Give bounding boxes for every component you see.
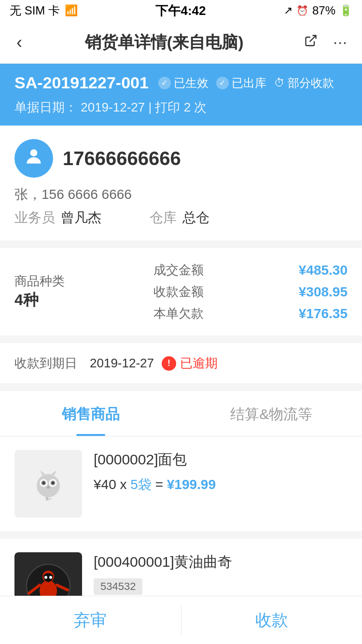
status-effective-label: 已生效 [174,75,209,91]
person-icon [23,146,44,171]
order-date: 单据日期： 2019-12-27 | 打印 2 次 [14,99,348,116]
salesman-value: 曾凡杰 [61,210,101,225]
svg-point-8 [52,482,54,484]
svg-marker-11 [51,470,56,475]
location-icon: ↗ [284,4,292,17]
status-carrier: 无 SIM 卡 📶 [10,3,78,18]
back-button[interactable]: ‹ [12,28,27,57]
product-name-2: [000400001]黄油曲奇 [94,552,348,572]
due-date-value: 2019-12-27 [90,356,154,371]
nav-title: 销货单详情(来自电脑) [27,31,301,54]
check-icon-effective: ✓ [158,77,171,89]
wifi-icon: 📶 [65,4,78,17]
product-price-1: ¥40 x 5袋 = ¥199.99 [94,476,348,494]
status-partial-label: 部分收款 [288,75,334,91]
product-info-1: [0000002]面包 ¥40 x 5袋 = ¥199.99 [94,450,348,494]
battery-text: 87% [312,4,335,17]
tab-settlement-label: 结算&物流等 [230,406,312,422]
qty-value-1: 5袋 [130,477,152,492]
due-date-section: 收款到期日 2019-12-27 ! 已逾期 [0,343,362,383]
warehouse-info: 仓库 总仓 [150,209,209,227]
svg-point-1 [30,149,38,156]
date-label: 单据日期： [14,100,77,114]
customer-meta: 业务员 曾凡杰 仓库 总仓 [14,209,348,227]
customer-section: 17666666666 张，156 6666 6666 业务员 曾凡杰 仓库 总… [0,126,362,240]
svg-line-0 [310,36,316,42]
tabs-section: 销售商品 结算&物流等 [0,391,362,436]
tab-settlement[interactable]: 结算&物流等 [181,391,362,436]
total-value-1: ¥199.99 [167,477,216,492]
payment-row: 收款金额 ¥308.95 [153,283,348,300]
share-button[interactable] [301,31,320,54]
overdue-text: 已逾期 [180,355,218,372]
alarm-icon: ⏰ [296,5,308,16]
amount-label: 成交金额 [153,262,204,279]
nav-actions: ··· [301,30,350,54]
status-indicators: ↗ ⏰ 87% 🔋 [284,4,352,17]
summary-left: 商品种类 4种 [14,262,144,322]
order-header: SA-20191227-001 ✓ 已生效 ✓ 已出库 ⏱ 部分收款 单据日期：… [0,64,362,126]
warehouse-value: 总仓 [182,210,209,225]
cancel-audit-label: 弃审 [74,609,107,631]
customer-name-phone: 张，156 6666 6666 [14,185,348,204]
print-info: | 打印 2 次 [148,100,207,114]
tabs-bar: 销售商品 结算&物流等 [0,391,362,436]
status-partial-payment: ⏱ 部分收款 [274,75,334,91]
payment-button[interactable]: 收款 [181,596,362,644]
payment-label: 收款金额 [153,283,204,300]
summary-right: 成交金额 ¥485.30 收款金额 ¥308.95 本单欠款 ¥176.35 [153,262,348,322]
cancel-audit-button[interactable]: 弃审 [0,596,181,644]
debt-label: 本单欠款 [153,305,204,322]
product-thumbnail-1: 鱼+ [14,450,82,518]
payment-label: 收款 [255,609,288,631]
tab-sales-label: 销售商品 [62,406,120,422]
summary-section: 商品种类 4种 成交金额 ¥485.30 收款金额 ¥308.95 本单欠款 ¥… [0,248,362,336]
product-sku-2: 534532 [94,578,142,595]
product-item: 鱼+ [0000002]面包 ¥40 x 5袋 = ¥199.99 [0,436,362,531]
debt-row: 本单欠款 ¥176.35 [153,305,348,322]
status-tags: ✓ 已生效 ✓ 已出库 ⏱ 部分收款 [158,75,334,91]
clock-icon: ⏱ [274,77,285,89]
svg-point-22 [49,576,52,579]
order-id: SA-20191227-001 [14,73,149,92]
bottom-bar: 弃审 收款 [0,596,362,644]
tab-sales-products[interactable]: 销售商品 [0,391,181,436]
salesman-info: 业务员 曾凡杰 [14,209,101,227]
payment-value: ¥308.95 [299,284,348,300]
customer-phone: 17666666666 [63,148,181,169]
amount-value: ¥485.30 [299,263,348,278]
price-value-1: ¥40 [94,477,116,492]
due-date-label: 收款到期日 [14,355,77,372]
product-types-label: 商品种类 [14,273,144,290]
status-shipped-label: 已出库 [232,75,266,91]
svg-text:鱼+: 鱼+ [45,497,52,501]
customer-avatar [14,139,53,178]
product-types-value: 4种 [14,290,144,311]
product-name-1: [0000002]面包 [94,450,348,470]
battery-icon: 🔋 [339,4,352,17]
amount-row: 成交金额 ¥485.30 [153,262,348,279]
status-bar: 无 SIM 卡 📶 下午4:42 ↗ ⏰ 87% 🔋 [0,0,362,21]
date-value: 2019-12-27 [81,100,145,114]
svg-point-21 [44,576,47,579]
more-button[interactable]: ··· [330,30,350,54]
carrier-text: 无 SIM 卡 [10,3,60,18]
nav-bar: ‹ 销货单详情(来自电脑) ··· [0,21,362,64]
owl-icon: 鱼+ [29,464,68,503]
svg-marker-10 [40,470,45,475]
svg-point-7 [42,482,45,484]
overdue-icon: ! [162,356,176,371]
status-shipped: ✓ 已出库 [216,75,266,91]
salesman-label: 业务员 [14,210,55,225]
debt-value: ¥176.35 [299,306,348,322]
status-time: 下午4:42 [155,2,206,19]
warehouse-label: 仓库 [150,210,177,225]
status-effective: ✓ 已生效 [158,75,209,91]
overdue-badge: ! 已逾期 [162,355,218,372]
check-icon-shipped: ✓ [216,77,229,89]
